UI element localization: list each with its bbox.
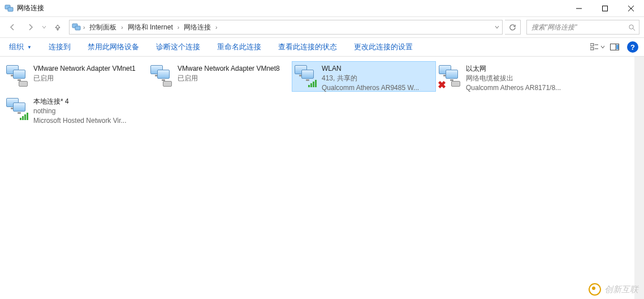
connection-status: nothing (33, 106, 127, 116)
connection-device: Qualcomm Atheros AR9485 W... (322, 83, 419, 93)
window-title: 网络连接 (17, 3, 566, 13)
watermark: 创新互联 (589, 283, 638, 296)
history-dropdown[interactable] (41, 19, 47, 35)
network-adapter-icon (5, 97, 30, 122)
window-controls (566, 0, 644, 17)
svg-rect-10 (590, 44, 594, 46)
minimize-button[interactable] (566, 0, 592, 17)
breadcrumb-network-connections[interactable]: 网络连接 (181, 23, 213, 32)
view-status-button[interactable]: 查看此连接的状态 (275, 40, 340, 54)
network-adapter-icon (149, 64, 174, 89)
up-button[interactable] (50, 19, 66, 35)
connect-to-button[interactable]: 连接到 (45, 40, 74, 54)
command-bar: 组织▼ 连接到 禁用此网络设备 诊断这个连接 重命名此连接 查看此连接的状态 更… (0, 37, 644, 57)
close-button[interactable] (618, 0, 644, 17)
title-bar: 网络连接 (0, 0, 644, 17)
breadcrumb-separator: › (120, 24, 124, 31)
connection-name: 本地连接* 4 (33, 97, 127, 106)
network-adapter-icon: ✖ (438, 64, 463, 89)
connection-status: 413, 共享的 (322, 74, 419, 83)
refresh-button[interactable] (505, 20, 521, 35)
address-dropdown[interactable] (491, 25, 502, 29)
svg-rect-3 (603, 6, 608, 11)
connection-device: Microsoft Hosted Network Vir... (33, 116, 127, 126)
search-icon (628, 24, 636, 31)
breadcrumb-separator: › (82, 24, 86, 31)
maximize-button[interactable] (592, 0, 618, 17)
connection-status: 网络电缆被拔出 (466, 74, 561, 83)
connection-name: VMware Network Adapter VMnet1 (33, 64, 136, 74)
breadcrumb-separator: › (176, 24, 180, 31)
help-button[interactable]: ? (627, 41, 638, 53)
connection-name: VMware Network Adapter VMnet8 (178, 64, 280, 74)
svg-rect-16 (616, 45, 619, 49)
network-adapter-icon (5, 64, 30, 89)
rename-button[interactable]: 重命名此连接 (214, 40, 265, 54)
connection-status: 已启用 (33, 74, 136, 83)
connection-item[interactable]: WLAN413, 共享的Qualcomm Atheros AR9485 W... (292, 61, 436, 92)
connection-item[interactable]: ✖以太网网络电缆被拔出Qualcomm Atheros AR8171/8... (436, 61, 580, 92)
diagnose-button[interactable]: 诊断这个连接 (153, 40, 204, 54)
connection-text: 以太网网络电缆被拔出Qualcomm Atheros AR8171/8... (466, 64, 561, 92)
connection-text: WLAN413, 共享的Qualcomm Atheros AR9485 W... (322, 64, 419, 92)
location-icon (72, 23, 81, 32)
breadcrumb-control-panel[interactable]: 控制面板 (87, 23, 119, 32)
vertical-scrollbar[interactable] (634, 57, 644, 299)
connection-device: Qualcomm Atheros AR8171/8... (466, 83, 561, 93)
breadcrumb-separator: › (214, 24, 218, 31)
connection-text: 本地连接* 4nothingMicrosoft Hosted Network V… (33, 97, 127, 125)
navigation-bar: › 控制面板 › 网络和 Internet › 网络连接 › (0, 17, 644, 37)
address-bar[interactable]: › 控制面板 › 网络和 Internet › 网络连接 › (69, 20, 503, 35)
watermark-icon (589, 283, 601, 296)
connection-item[interactable]: VMware Network Adapter VMnet1已启用 (3, 61, 148, 92)
forward-button[interactable] (23, 19, 38, 35)
connection-text: VMware Network Adapter VMnet1已启用 (33, 64, 136, 83)
connection-name: WLAN (322, 64, 419, 74)
app-icon (5, 4, 14, 13)
svg-rect-1 (8, 7, 13, 11)
connection-status: 已启用 (178, 74, 280, 83)
svg-rect-7 (75, 26, 80, 30)
disable-device-button[interactable]: 禁用此网络设备 (84, 40, 142, 54)
organize-menu[interactable]: 组织▼ (6, 40, 35, 54)
svg-point-8 (629, 24, 633, 28)
preview-pane-button[interactable] (607, 40, 623, 54)
connection-item[interactable]: VMware Network Adapter VMnet8已启用 (148, 61, 292, 92)
watermark-text: 创新互联 (604, 284, 638, 295)
search-box[interactable] (526, 20, 639, 35)
back-button[interactable] (5, 19, 20, 35)
change-settings-button[interactable]: 更改此连接的设置 (351, 40, 416, 54)
network-adapter-icon (293, 64, 318, 89)
connections-list: VMware Network Adapter VMnet1已启用VMware N… (0, 57, 644, 131)
search-input[interactable] (530, 23, 625, 32)
connection-name: 以太网 (466, 64, 561, 74)
connection-item[interactable]: 本地连接* 4nothingMicrosoft Hosted Network V… (3, 94, 148, 125)
breadcrumb-network-internet[interactable]: 网络和 Internet (126, 23, 175, 32)
view-options-button[interactable] (590, 40, 606, 54)
svg-line-9 (633, 28, 635, 31)
connection-text: VMware Network Adapter VMnet8已启用 (178, 64, 280, 83)
svg-rect-11 (590, 48, 594, 50)
